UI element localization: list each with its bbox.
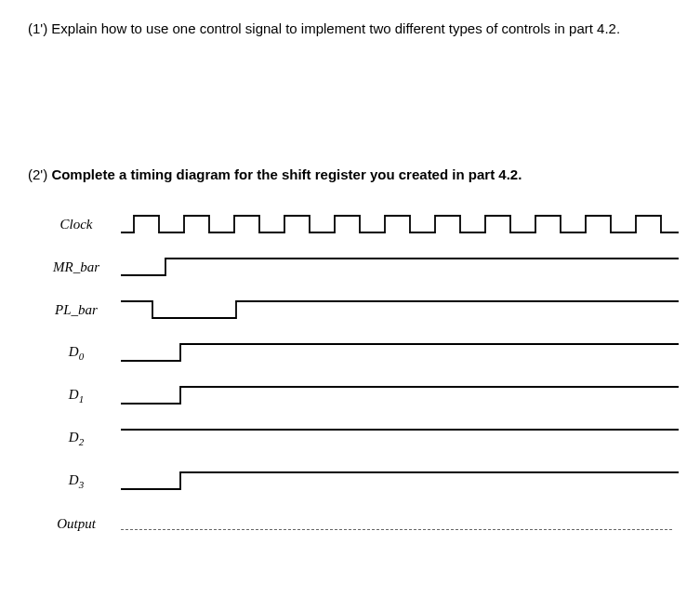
label-pl: PL_bar [39, 302, 121, 318]
row-d2: D2 [39, 424, 672, 452]
wave-clock [121, 210, 679, 238]
label-d1-base: D [69, 387, 79, 402]
row-output: Output [39, 510, 672, 537]
wave-d2 [121, 424, 679, 452]
question-1-text: (1') Explain how to use one control sign… [28, 20, 620, 36]
question-1: (1') Explain how to use one control sign… [28, 20, 672, 36]
timing-diagram: Clock MR_bar PL_bar D0 [28, 210, 672, 537]
label-mr: MR_bar [39, 259, 121, 275]
label-d2: D2 [39, 430, 121, 447]
label-clock: Clock [39, 217, 121, 232]
row-mr: MR_bar [39, 253, 672, 281]
label-d1: D1 [39, 387, 121, 405]
wave-d3 [121, 467, 679, 495]
question-2-bold: Complete a timing diagram for the shift … [51, 166, 522, 182]
row-d1: D1 [39, 381, 672, 409]
label-d3: D3 [39, 472, 121, 490]
row-d3: D3 [39, 467, 672, 495]
label-d0-sub: 0 [79, 351, 85, 362]
label-d2-base: D [69, 430, 79, 444]
label-d1-sub: 1 [79, 393, 85, 405]
question-2: (2') Complete a timing diagram for the s… [28, 166, 672, 182]
question-2-prefix: (2') [28, 166, 51, 182]
label-d0: D0 [39, 344, 121, 362]
wave-d0 [121, 338, 679, 366]
label-d3-sub: 3 [79, 479, 85, 490]
wave-d1 [121, 381, 679, 409]
row-d0: D0 [39, 338, 672, 366]
label-d0-base: D [69, 344, 79, 359]
row-clock: Clock [39, 210, 672, 238]
label-d3-base: D [69, 472, 79, 487]
wave-mr [121, 253, 679, 281]
label-output: Output [39, 516, 121, 532]
wave-output-blank [121, 510, 672, 537]
wave-pl [121, 296, 679, 324]
label-d2-sub: 2 [79, 436, 85, 447]
row-pl: PL_bar [39, 296, 672, 324]
